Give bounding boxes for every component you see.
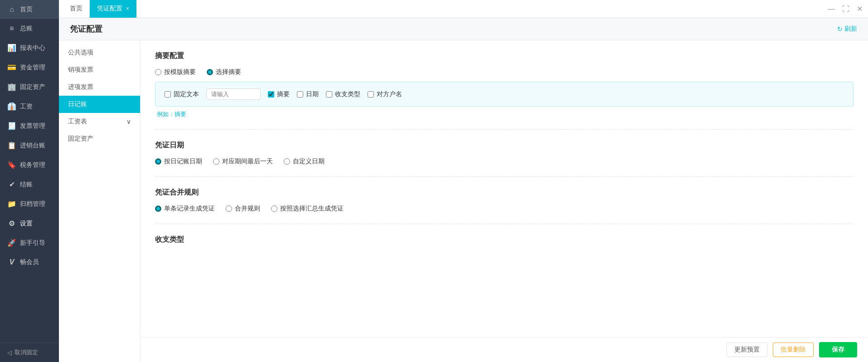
close-window-button[interactable]: ✕ bbox=[855, 3, 864, 15]
sidebar-item-report[interactable]: 📊 报表中心 bbox=[0, 38, 59, 58]
payment-type-title: 收支类型 bbox=[155, 235, 853, 245]
refresh-button[interactable]: ↻ 刷新 bbox=[837, 25, 857, 33]
minimize-button[interactable]: — bbox=[826, 3, 837, 15]
sidebar-item-archive[interactable]: 📁 归档管理 bbox=[0, 194, 59, 214]
tab-voucher-config[interactable]: 凭证配置 × bbox=[90, 0, 136, 18]
tab-home[interactable]: 首页 bbox=[63, 0, 90, 18]
report-icon: 📊 bbox=[7, 44, 16, 52]
left-nav-purchase-invoice[interactable]: 进项发票 bbox=[59, 78, 140, 96]
section-payment-type: 收支类型 bbox=[155, 235, 853, 263]
batch-delete-button[interactable]: 批量删除 bbox=[773, 342, 814, 357]
tax-icon: 🔖 bbox=[7, 161, 16, 169]
checkbox-payment-type-input[interactable] bbox=[326, 91, 332, 98]
sidebar-item-guide[interactable]: 🚀 新手引导 bbox=[0, 233, 59, 253]
left-nav-payroll-table[interactable]: 工资表 ∨ bbox=[59, 113, 140, 130]
checkbox-fixed-text-input[interactable] bbox=[165, 91, 171, 98]
radio-custom-date-input[interactable] bbox=[284, 158, 290, 165]
merge-rules-radio-group: 单条记录生成凭证 合并规则 按照选择汇总生成凭证 bbox=[155, 205, 853, 213]
checkbox-counterpart[interactable]: 对方户名 bbox=[368, 90, 402, 98]
checkbox-payment-type[interactable]: 收支类型 bbox=[326, 90, 360, 98]
voucher-date-radio-group: 按日记账日期 对应期间最后一天 自定义日期 bbox=[155, 157, 853, 166]
section-abstract: 摘要配置 按模版摘要 选择摘要 bbox=[155, 51, 853, 130]
radio-by-date-input[interactable] bbox=[155, 158, 161, 165]
radio-select-merge[interactable]: 按照选择汇总生成凭证 bbox=[271, 205, 344, 213]
radio-custom-date[interactable]: 自定义日期 bbox=[284, 157, 325, 166]
merge-rules-title: 凭证合并规则 bbox=[155, 188, 853, 197]
checkbox-abstract[interactable]: 摘要 bbox=[268, 90, 290, 98]
radio-template-abstract[interactable]: 按模版摘要 bbox=[155, 68, 196, 76]
purchase-sales-icon: 📋 bbox=[7, 141, 16, 150]
update-preview-button[interactable]: 更新预置 bbox=[727, 342, 767, 357]
radio-single-input[interactable] bbox=[155, 205, 161, 212]
left-nav-public[interactable]: 公共选项 bbox=[59, 44, 140, 61]
home-icon: ⌂ bbox=[7, 5, 16, 14]
sidebar-item-payroll[interactable]: 👔 工资 bbox=[0, 97, 59, 116]
sidebar-item-funds[interactable]: 💳 资金管理 bbox=[0, 58, 59, 77]
save-button[interactable]: 保存 bbox=[819, 342, 857, 357]
abstract-radio-group: 按模版摘要 选择摘要 bbox=[155, 68, 853, 76]
radio-last-day[interactable]: 对应期间最后一天 bbox=[213, 157, 273, 166]
invoice-mgmt-icon: 🧾 bbox=[7, 122, 16, 130]
content-wrapper: 公共选项 销项发票 进项发票 日记账 工资表 ∨ 固定资产 bbox=[59, 40, 868, 362]
sidebar-item-tax[interactable]: 🔖 税务管理 bbox=[0, 155, 59, 175]
left-nav-diary[interactable]: 日记账 bbox=[59, 96, 140, 113]
sidebar-item-purchase-sales[interactable]: 📋 进销台账 bbox=[0, 136, 59, 155]
bottom-bar: 更新预置 批量删除 保存 bbox=[141, 337, 868, 362]
radio-select-input[interactable] bbox=[207, 69, 213, 75]
sidebar-item-settings[interactable]: ⚙ 设置 bbox=[0, 214, 59, 233]
sidebar-item-close[interactable]: ✔ 结账 bbox=[0, 175, 59, 194]
sidebar-item-assets[interactable]: 🏢 固定资产 bbox=[0, 77, 59, 97]
radio-merge-input[interactable] bbox=[226, 205, 232, 212]
settings-icon: ⚙ bbox=[7, 219, 16, 228]
fixed-text-input[interactable] bbox=[206, 88, 261, 100]
sidebar-scroll: ⌂ 首页 ≡ 总账 📊 报表中心 💳 资金管理 🏢 固定资产 👔 工资 🧾 发票… bbox=[0, 0, 59, 342]
chevron-down-icon: ∨ bbox=[126, 118, 131, 125]
cancel-fixed-button[interactable]: ◁ 取消固定 bbox=[0, 342, 59, 362]
sidebar-item-home[interactable]: ⌂ 首页 bbox=[0, 0, 59, 19]
section-voucher-date: 凭证日期 按日记账日期 对应期间最后一天 自定义日期 bbox=[155, 141, 853, 177]
maximize-button[interactable]: ⛶ bbox=[840, 3, 851, 15]
checkbox-fixed-text[interactable]: 固定文本 bbox=[165, 90, 199, 98]
main-area: 首页 凭证配置 × — ⛶ ✕ 凭证配置 ↻ 刷新 公共选项 销项发票 bbox=[59, 0, 868, 362]
left-nav: 公共选项 销项发票 进项发票 日记账 工资表 ∨ 固定资产 bbox=[59, 40, 141, 362]
section-merge-rules: 凭证合并规则 单条记录生成凭证 合并规则 按照选择汇总生成凭证 bbox=[155, 188, 853, 224]
checkbox-date-input[interactable] bbox=[297, 91, 303, 98]
archive-icon: 📁 bbox=[7, 200, 16, 208]
left-nav-fixed-assets[interactable]: 固定资产 bbox=[59, 130, 140, 147]
checkbox-counterpart-input[interactable] bbox=[368, 91, 374, 98]
page-title: 凭证配置 bbox=[70, 24, 102, 34]
left-nav-sales-invoice[interactable]: 销项发票 bbox=[59, 61, 140, 78]
radio-select-abstract[interactable]: 选择摘要 bbox=[207, 68, 241, 76]
vip-icon: V bbox=[7, 258, 16, 266]
abstract-checkbox-row: 固定文本 摘要 日期 收支类型 bbox=[155, 82, 853, 107]
tab-bar: 首页 凭证配置 × — ⛶ ✕ bbox=[59, 0, 868, 18]
radio-template-input[interactable] bbox=[155, 69, 161, 75]
radio-last-day-input[interactable] bbox=[213, 158, 219, 165]
pin-icon: ◁ bbox=[7, 349, 12, 356]
assets-icon: 🏢 bbox=[7, 83, 16, 91]
funds-icon: 💳 bbox=[7, 63, 16, 72]
radio-merge[interactable]: 合并规则 bbox=[226, 205, 260, 213]
sidebar-item-vip[interactable]: V 畅会员 bbox=[0, 253, 59, 272]
abstract-title: 摘要配置 bbox=[155, 51, 853, 61]
right-content: 摘要配置 按模版摘要 选择摘要 bbox=[141, 40, 868, 337]
guide-icon: 🚀 bbox=[7, 239, 16, 247]
radio-single[interactable]: 单条记录生成凭证 bbox=[155, 205, 215, 213]
ledger-icon: ≡ bbox=[7, 24, 16, 33]
radio-select-merge-input[interactable] bbox=[271, 205, 277, 212]
sidebar: ⌂ 首页 ≡ 总账 📊 报表中心 💳 资金管理 🏢 固定资产 👔 工资 🧾 发票… bbox=[0, 0, 59, 362]
sidebar-item-ledger[interactable]: ≡ 总账 bbox=[0, 19, 59, 38]
abstract-example: 例如：摘要 bbox=[157, 110, 853, 118]
payroll-icon: 👔 bbox=[7, 102, 16, 111]
radio-by-date[interactable]: 按日记账日期 bbox=[155, 157, 202, 166]
checkbox-date[interactable]: 日期 bbox=[297, 90, 319, 98]
tab-bar-actions: — ⛶ ✕ bbox=[826, 3, 864, 15]
checkbox-abstract-input[interactable] bbox=[268, 91, 274, 98]
refresh-icon: ↻ bbox=[837, 25, 843, 33]
sidebar-item-invoice-mgmt[interactable]: 🧾 发票管理 bbox=[0, 116, 59, 136]
close-accounts-icon: ✔ bbox=[7, 180, 16, 189]
voucher-date-title: 凭证日期 bbox=[155, 141, 853, 150]
tab-close-icon[interactable]: × bbox=[126, 5, 129, 12]
page-header: 凭证配置 ↻ 刷新 bbox=[59, 18, 868, 40]
